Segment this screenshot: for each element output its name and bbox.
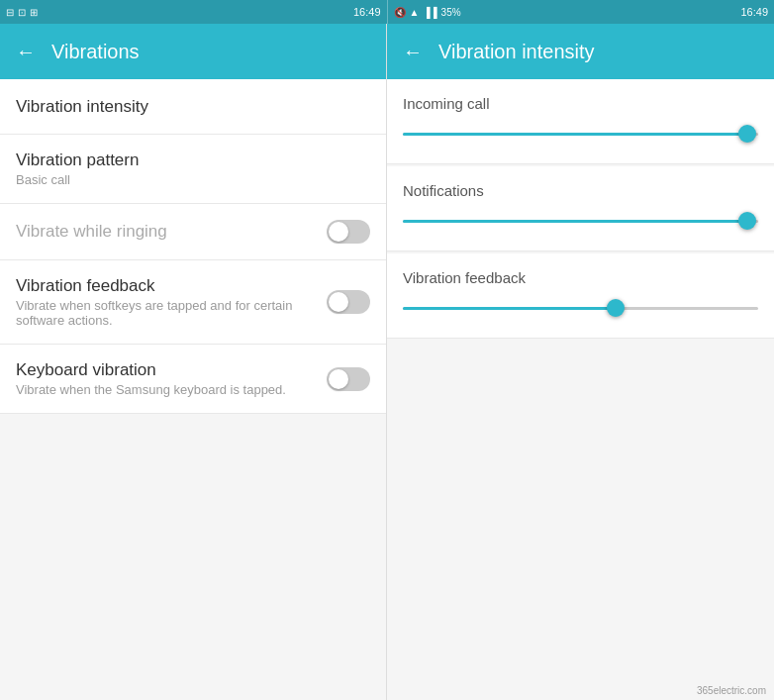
slider-track-incoming-call [403, 133, 758, 136]
left-app-bar: ← Vibrations [0, 24, 386, 79]
watermark: 365electric.com [697, 685, 766, 696]
item-subtitle-keyboard-vibration: Vibrate when the Samsung keyboard is tap… [16, 382, 327, 397]
notification-icon-3: ⊞ [30, 7, 38, 18]
mute-icon: 🔇 [394, 7, 406, 18]
right-app-bar: ← Vibration intensity [387, 24, 774, 79]
panel-left: ← Vibrations Vibration intensity Vibrati… [0, 24, 387, 700]
settings-item-vibration-feedback[interactable]: Vibration feedback Vibrate when softkeys… [0, 260, 386, 345]
item-subtitle-vibration-feedback: Vibrate when softkeys are tapped and for… [16, 298, 327, 328]
status-time-left: 16:49 [353, 6, 387, 18]
settings-item-vibration-pattern[interactable]: Vibration pattern Basic call [0, 135, 386, 204]
item-title-vibration-intensity: Vibration intensity [16, 97, 370, 117]
slider-notifications[interactable] [403, 211, 758, 231]
intensity-label-incoming-call: Incoming call [403, 95, 758, 112]
wifi-icon: ▲ [410, 7, 420, 18]
slider-thumb-vibration-feedback[interactable] [607, 299, 625, 317]
notification-icon-2: ⊡ [18, 7, 26, 18]
toggle-vibration-feedback[interactable] [327, 290, 370, 314]
item-title-vibrate-while-ringing: Vibrate while ringing [16, 222, 327, 242]
toggle-vibrate-while-ringing[interactable] [327, 220, 370, 244]
status-bar-left: ⊟ ⊡ ⊞ 16:49 [0, 0, 387, 24]
intensity-label-vibration-feedback: Vibration feedback [403, 269, 758, 286]
intensity-label-notifications: Notifications [403, 182, 758, 199]
notification-icon-1: ⊟ [6, 7, 14, 18]
left-app-bar-title: Vibrations [51, 41, 140, 63]
settings-item-vibrate-while-ringing[interactable]: Vibrate while ringing [0, 204, 386, 260]
slider-fill-notifications [403, 220, 747, 223]
item-subtitle-vibration-pattern: Basic call [16, 172, 370, 187]
battery-pct: 35% [441, 7, 461, 18]
signal-icon: ▐▐ [423, 7, 436, 18]
settings-item-vibration-intensity[interactable]: Vibration intensity [0, 79, 386, 135]
left-settings-list: Vibration intensity Vibration pattern Ba… [0, 79, 386, 700]
right-back-button[interactable]: ← [403, 41, 423, 63]
slider-track-notifications [403, 220, 758, 223]
item-title-vibration-pattern: Vibration pattern [16, 150, 370, 170]
item-title-vibration-feedback: Vibration feedback [16, 276, 327, 296]
panel-right: ← Vibration intensity Incoming call Noti… [387, 24, 774, 700]
left-back-button[interactable]: ← [16, 41, 36, 63]
status-bar-right: 🔇 ▲ ▐▐ 35% 16:49 [388, 0, 775, 24]
slider-vibration-feedback[interactable] [403, 298, 758, 318]
panels: ← Vibrations Vibration intensity Vibrati… [0, 24, 774, 700]
item-title-keyboard-vibration: Keyboard vibration [16, 360, 327, 380]
slider-thumb-notifications[interactable] [738, 212, 756, 230]
slider-track-vibration-feedback [403, 307, 758, 310]
slider-incoming-call[interactable] [403, 124, 758, 144]
slider-fill-incoming-call [403, 133, 747, 136]
intensity-item-incoming-call: Incoming call [387, 79, 774, 164]
intensity-list: Incoming call Notifications [387, 79, 774, 700]
slider-thumb-incoming-call[interactable] [738, 125, 756, 143]
intensity-item-notifications: Notifications [387, 166, 774, 251]
right-app-bar-title: Vibration intensity [438, 41, 595, 63]
status-time-right: 16:49 [740, 6, 774, 18]
status-bar: ⊟ ⊡ ⊞ 16:49 🔇 ▲ ▐▐ 35% 16:49 [0, 0, 774, 24]
intensity-item-vibration-feedback: Vibration feedback [387, 253, 774, 339]
slider-fill-vibration-feedback [403, 307, 616, 310]
settings-item-keyboard-vibration[interactable]: Keyboard vibration Vibrate when the Sams… [0, 345, 386, 414]
toggle-keyboard-vibration[interactable] [327, 367, 370, 391]
